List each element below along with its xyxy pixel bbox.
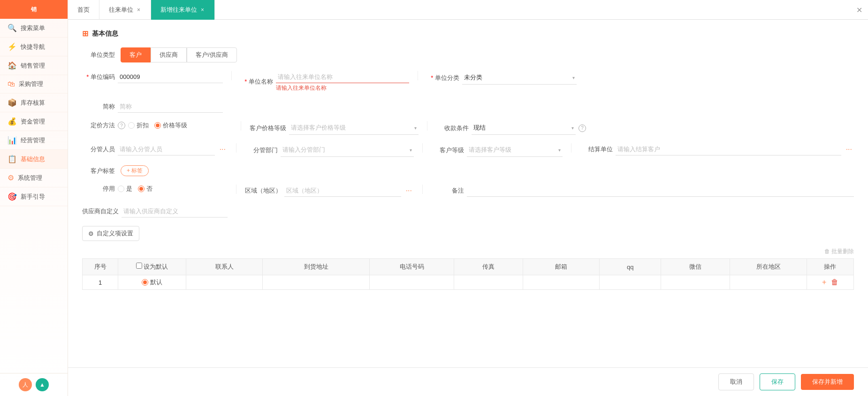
col-wechat: 微信 xyxy=(661,259,730,275)
tab-new-label: 新增往来单位 xyxy=(160,6,197,14)
default-radio[interactable]: 默认 xyxy=(123,278,181,287)
sidebar-logo: 销 xyxy=(0,0,68,19)
operation-icon: 📊 xyxy=(8,136,17,145)
sidebar-item-finance[interactable]: 💰 资金管理 xyxy=(0,112,68,131)
email-input[interactable] xyxy=(542,279,580,286)
address-input[interactable] xyxy=(288,279,344,286)
global-close-btn[interactable]: ✕ xyxy=(856,5,862,14)
abbr-input[interactable] xyxy=(118,101,223,113)
cancel-button[interactable]: 取消 xyxy=(718,373,754,390)
department-select[interactable]: 请输入分管部门 ▾ xyxy=(281,143,414,157)
add-tag-btn[interactable]: + 标签 xyxy=(121,165,149,176)
inventory-icon: 📦 xyxy=(8,98,17,107)
tab-new-close[interactable]: × xyxy=(200,7,205,13)
department-placeholder: 请输入分管部门 xyxy=(282,146,408,154)
col-default: 设为默认 xyxy=(118,259,186,275)
quick-nav-icon: ⚡ xyxy=(8,42,17,51)
default-radio-circle xyxy=(142,279,148,286)
sidebar-item-guide[interactable]: 🎯 新手引导 xyxy=(0,187,68,206)
sidebar-item-quicknav[interactable]: ⚡ 快捷导航 xyxy=(0,38,68,56)
unit-category-select[interactable]: 未分类 ▾ xyxy=(462,71,577,85)
radio-no[interactable]: 否 xyxy=(138,185,152,193)
payment-terms-value: 现结 xyxy=(473,124,570,132)
col-qq: qq xyxy=(600,259,661,275)
department-label: 分管部门 xyxy=(245,146,278,155)
radio-yes[interactable]: 是 xyxy=(118,185,132,193)
sidebar-item-search[interactable]: 🔍 搜索菜单 xyxy=(0,19,68,38)
radio-yes-circle xyxy=(118,186,124,192)
region-input[interactable] xyxy=(284,185,401,197)
unit-code-input[interactable] xyxy=(118,71,223,83)
search-menu-icon: 🔍 xyxy=(8,23,17,32)
customer-level-chevron: ▾ xyxy=(558,148,561,153)
sidebar-item-inventory[interactable]: 📦 库存核算 xyxy=(0,93,68,112)
tab-new-counterpart[interactable]: 新增往来单位 × xyxy=(151,0,215,20)
radio-discount[interactable]: 折扣 xyxy=(128,121,149,130)
region-more-btn[interactable]: ··· xyxy=(404,186,414,195)
notification-icon[interactable]: ▲ xyxy=(36,378,49,391)
save-new-button[interactable]: 保存并新增 xyxy=(801,374,854,390)
unit-category-value: 未分类 xyxy=(464,73,571,82)
tab-home[interactable]: 首页 xyxy=(68,0,99,20)
batch-delete-icon: 🗑 xyxy=(824,248,830,255)
save-button[interactable]: 保存 xyxy=(760,373,795,390)
settlement-more-btn[interactable]: ··· xyxy=(844,145,854,154)
section-title: ⊞ 基本信息 xyxy=(82,29,854,38)
fax-input[interactable] xyxy=(472,279,505,286)
region-label: 区域（地区） xyxy=(245,186,282,195)
btn-supplier[interactable]: 供应商 xyxy=(151,47,187,62)
sidebar-item-sales[interactable]: 🏠 销售管理 xyxy=(0,56,68,75)
sidebar-item-system[interactable]: ⚙ 系统管理 xyxy=(0,169,68,187)
row-add-btn[interactable]: + xyxy=(821,278,828,286)
tab-counterpart-close[interactable]: × xyxy=(136,7,141,13)
btn-customer[interactable]: 客户 xyxy=(121,47,151,62)
cell-email xyxy=(523,275,599,290)
col-fax: 传真 xyxy=(454,259,523,275)
radio-no-circle xyxy=(138,186,145,192)
manager-input[interactable] xyxy=(118,143,215,155)
sidebar-item-label: 采购管理 xyxy=(19,80,43,88)
remark-input[interactable] xyxy=(467,185,854,197)
manager-more-btn[interactable]: ··· xyxy=(218,145,228,154)
col-seq: 序号 xyxy=(83,259,118,275)
select-all-checkbox[interactable] xyxy=(136,263,142,269)
unit-name-error: 请输入往来单位名称 xyxy=(276,84,409,92)
supplier-custom-input[interactable] xyxy=(122,205,228,217)
price-level-select[interactable]: 请选择客户价格等级 ▾ xyxy=(289,121,419,135)
section-title-text: 基本信息 xyxy=(92,30,118,38)
unit-info-row: 单位编码 单位名称 请输入往来单位名称 单位分类 未分类 ▾ xyxy=(82,71,854,92)
region-cell-input[interactable] xyxy=(750,279,787,286)
unit-type-label: 单位类型 xyxy=(82,51,115,59)
finance-icon: 💰 xyxy=(8,117,17,126)
pricing-help-icon[interactable]: ? xyxy=(118,122,125,129)
wechat-input[interactable] xyxy=(679,279,712,286)
sidebar-item-purchase[interactable]: 🛍 采购管理 xyxy=(0,75,68,93)
supplier-custom-label: 供应商自定义 xyxy=(82,207,119,216)
main-area: 首页 往来单位 × 新增往来单位 × ✕ ⊞ 基本信息 单位类型 客户 供应商 … xyxy=(68,0,868,396)
pricing-row: 定价方法 ? 折扣 价格等级 客户价格等级 请选择客户价格等级 xyxy=(82,121,854,135)
sidebar-item-operation[interactable]: 📊 经营管理 xyxy=(0,131,68,150)
phone-input[interactable] xyxy=(391,279,433,286)
user-avatar[interactable]: 人 xyxy=(19,378,32,391)
contact-input[interactable] xyxy=(206,279,243,286)
disable-row: 停用 是 否 区域（地区） ··· xyxy=(82,185,854,197)
radio-price-level[interactable]: 价格等级 xyxy=(154,121,187,130)
sidebar-item-label: 基础信息 xyxy=(21,155,45,163)
custom-settings-btn[interactable]: ⚙ 自定义项设置 xyxy=(82,226,139,241)
qq-input[interactable] xyxy=(616,279,644,286)
cell-default: 默认 xyxy=(118,275,186,290)
btn-both[interactable]: 客户/供应商 xyxy=(187,47,237,62)
row-delete-btn[interactable]: 🗑 xyxy=(830,278,840,286)
tab-counterpart[interactable]: 往来单位 × xyxy=(99,0,151,20)
settlement-unit-input[interactable] xyxy=(616,143,841,155)
payment-help-icon[interactable]: ? xyxy=(579,124,586,132)
tag-row: 客户标签 + 标签 xyxy=(82,165,854,176)
batch-delete-btn[interactable]: 🗑 批量删除 xyxy=(82,248,854,256)
cell-qq xyxy=(600,275,661,290)
col-phone: 电话号码 xyxy=(370,259,454,275)
customer-level-select[interactable]: 请选择客户等级 ▾ xyxy=(467,143,563,157)
sidebar-item-label: 销售管理 xyxy=(21,62,45,70)
sidebar-item-basicinfo[interactable]: 📋 基础信息 xyxy=(0,150,68,169)
payment-terms-select[interactable]: 现结 ▾ xyxy=(472,121,576,135)
unit-name-input[interactable] xyxy=(276,71,409,83)
